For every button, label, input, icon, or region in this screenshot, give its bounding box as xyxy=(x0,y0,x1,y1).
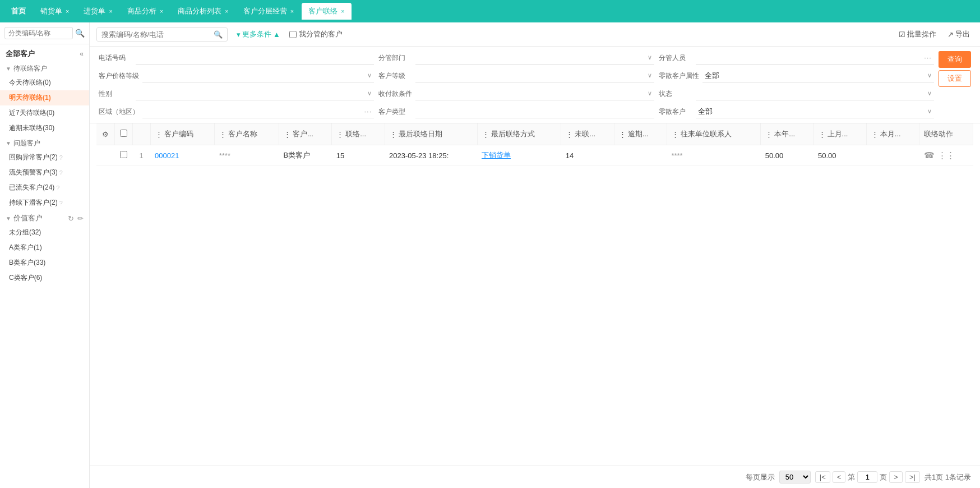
nav-item-客户分层经营[interactable]: 客户分层经营× xyxy=(237,3,301,20)
close-tab-icon[interactable]: × xyxy=(66,8,69,15)
select-all-checkbox[interactable] xyxy=(120,130,127,137)
collapse-icon[interactable]: « xyxy=(80,50,84,58)
payment-select[interactable]: ∨ xyxy=(415,87,654,100)
sidebar-search-icon[interactable]: 🔍 xyxy=(75,29,85,38)
next-page-button[interactable]: > xyxy=(889,471,903,483)
gender-select[interactable]: ∨ xyxy=(136,87,374,100)
main-search-button[interactable]: 🔍 xyxy=(209,28,227,41)
export-button[interactable]: ↗ 导出 xyxy=(944,27,973,42)
nav-item-销货单[interactable]: 销货单× xyxy=(34,3,76,20)
retail-customer-select[interactable]: 全部 ∨ xyxy=(696,105,934,118)
gender-chevron-icon: ∨ xyxy=(367,90,372,97)
row-code[interactable]: 000021 xyxy=(150,145,215,166)
prev-page-button[interactable]: < xyxy=(833,471,846,483)
nav-home[interactable]: 首页 xyxy=(4,3,33,20)
row-last-contact-method[interactable]: 下销货单 xyxy=(477,145,561,166)
filter-row-3: 性别 ∨ 收付款条件 ∨ 状态 xyxy=(99,87,934,100)
main-search-input[interactable] xyxy=(97,28,209,41)
help-icon: ? xyxy=(59,169,63,176)
filter-region: 区域（地区） ··· xyxy=(99,105,374,118)
content-area: 🔍 ▾ 更多条件 ▲ 我分管的客户 ☑ 批量操作 ↗ 导出 xyxy=(90,22,980,488)
row-contact: 15 xyxy=(332,145,385,166)
col-this-year: ⋮本年... xyxy=(761,123,813,145)
batch-op-button[interactable]: ☑ 批量操作 xyxy=(895,27,940,42)
sidebar-value-item[interactable]: A类客户(1) xyxy=(0,240,89,255)
gender-label: 性别 xyxy=(99,89,132,99)
more-filter-button[interactable]: ▾ 更多条件 ▲ xyxy=(232,27,285,42)
sidebar: 🔍全部客户«待联络客户今天待联络(0)明天待联络(1)近7天待联络(0)逾期未联… xyxy=(0,22,90,488)
filter-section-row: 电话号码 分管部门 ∨ 分管人员 ··· xyxy=(99,51,971,118)
filter-row-4: 区域（地区） ··· 客户类型 零散客户 xyxy=(99,105,934,118)
dept-select[interactable]: ∨ xyxy=(415,51,654,65)
customer-level-chevron-icon: ∨ xyxy=(648,72,652,79)
status-select[interactable]: ∨ xyxy=(696,87,934,100)
my-customers-checkbox[interactable] xyxy=(289,31,297,38)
row-checkbox[interactable] xyxy=(120,151,127,158)
col-settings[interactable]: ⚙ xyxy=(96,123,114,145)
filter-icon: ▾ xyxy=(237,30,241,39)
sidebar-problem-item[interactable]: 已流失客户(24) ? xyxy=(0,180,89,195)
person-select[interactable]: ··· xyxy=(696,51,934,65)
all-customers-label[interactable]: 全部客户« xyxy=(0,44,89,61)
page-size-select[interactable]: 50 100 200 xyxy=(779,471,811,484)
col-checkbox[interactable] xyxy=(114,123,132,145)
price-level-label: 客户价格等级 xyxy=(99,71,139,81)
customer-level-select[interactable]: ∨ xyxy=(415,69,654,82)
value-group-edit-icon[interactable]: ✏ xyxy=(77,214,84,223)
contact-action-icon[interactable]: ☎ xyxy=(924,150,935,160)
sidebar-pending-item[interactable]: 近7天待联络(0) xyxy=(0,105,89,121)
close-tab-icon[interactable]: × xyxy=(290,8,294,15)
nav-item-商品分析[interactable]: 商品分析× xyxy=(121,3,170,20)
sidebar-search-input[interactable] xyxy=(4,27,73,39)
close-tab-icon[interactable]: × xyxy=(160,8,163,15)
customer-type-select[interactable] xyxy=(415,105,654,118)
first-page-button[interactable]: |< xyxy=(815,471,830,483)
filter-customer-level: 客户等级 ∨ xyxy=(378,69,654,82)
row-last-month: 50.00 xyxy=(813,145,866,166)
page-suffix: 页 xyxy=(880,472,887,482)
price-level-select[interactable]: ∨ xyxy=(142,69,374,82)
retail-attr-select[interactable]: 全部 ∨ xyxy=(702,69,934,82)
row-checkbox-cell[interactable] xyxy=(114,145,132,166)
setting-button[interactable]: 设置 xyxy=(939,70,971,87)
sidebar-value-item[interactable]: B类客户(33) xyxy=(0,255,89,270)
pending-group-label: 待联络客户 xyxy=(0,61,89,75)
sidebar-pending-item[interactable]: 今天待联络(0) xyxy=(0,75,89,90)
filter-dept: 分管部门 ∨ xyxy=(378,51,654,65)
row-overdue xyxy=(614,145,667,166)
nav-item-进货单[interactable]: 进货单× xyxy=(77,3,119,20)
col-last-month: ⋮上月... xyxy=(813,123,866,145)
nav-item-客户联络[interactable]: 客户联络× xyxy=(302,3,351,20)
footer: 每页显示 50 100 200 |< < 第 页 > >| 共1页 1条记录 xyxy=(90,466,980,488)
sidebar-value-item[interactable]: 未分组(32) xyxy=(0,225,89,240)
sidebar-pending-item[interactable]: 逾期未联络(30) xyxy=(0,121,89,136)
check-square-icon: ☑ xyxy=(899,30,905,39)
page-label: 第 xyxy=(848,472,855,482)
row-unit-contact: **** xyxy=(667,145,760,166)
retail-attr-label: 零散客户属性 xyxy=(659,71,699,81)
status-chevron-icon: ∨ xyxy=(927,90,932,97)
last-page-button[interactable]: >| xyxy=(905,471,920,483)
value-group-refresh-icon[interactable]: ↻ xyxy=(68,214,74,223)
sidebar-problem-item[interactable]: 流失预警客户(3) ? xyxy=(0,165,89,180)
sidebar-pending-item[interactable]: 明天待联络(1) xyxy=(0,90,89,105)
row-name[interactable]: **** xyxy=(215,145,279,166)
filter-customer-type: 客户类型 xyxy=(378,105,654,118)
more-action-icon[interactable]: ⋮⋮ xyxy=(938,150,955,160)
my-customers-checkbox-label[interactable]: 我分管的客户 xyxy=(289,29,343,39)
table-body: 1 000021 **** B类客户 15 2023-05-23 18:25: … xyxy=(96,145,973,166)
region-select[interactable]: ··· xyxy=(142,105,374,118)
page-number-input[interactable] xyxy=(857,471,877,483)
sidebar-value-item[interactable]: C类客户(6) xyxy=(0,270,89,286)
close-tab-icon[interactable]: × xyxy=(341,8,344,15)
phone-input[interactable] xyxy=(136,52,374,65)
query-button[interactable]: 查询 xyxy=(939,51,971,68)
close-tab-icon[interactable]: × xyxy=(109,8,112,15)
sidebar-problem-item[interactable]: 持续下滑客户(2) ? xyxy=(0,195,89,210)
sidebar-problem-item[interactable]: 回购异常客户(2) ? xyxy=(0,150,89,165)
retail-attr-chevron-icon: ∨ xyxy=(927,72,932,79)
close-tab-icon[interactable]: × xyxy=(225,8,228,15)
contact-method-link[interactable]: 下销货单 xyxy=(482,151,511,159)
nav-item-商品分析列表[interactable]: 商品分析列表× xyxy=(171,3,235,20)
payment-chevron-icon: ∨ xyxy=(648,90,652,97)
